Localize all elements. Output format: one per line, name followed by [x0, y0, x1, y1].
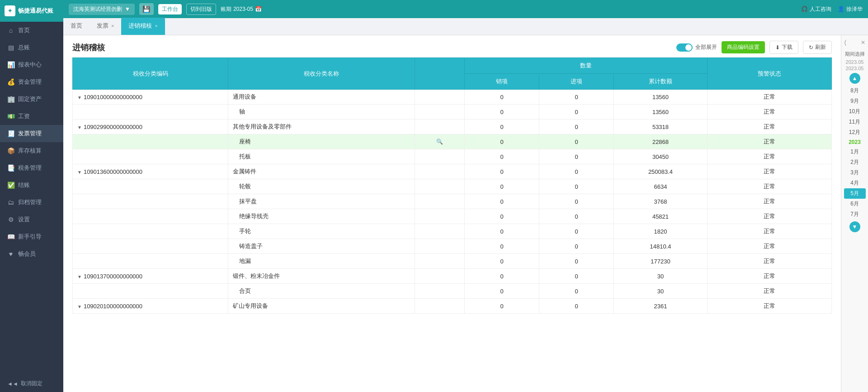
- tab-home[interactable]: 首页: [63, 18, 90, 35]
- th-purchase: 进项: [539, 74, 614, 90]
- expand-row-icon[interactable]: ▼: [77, 274, 82, 279]
- sidebar-item-guide[interactable]: 📖 新手引导: [0, 228, 63, 245]
- table-cell-alert: 正常: [707, 239, 831, 254]
- month-btn[interactable]: 8月: [844, 86, 866, 96]
- pin-icon: ◄◄: [7, 381, 18, 387]
- workbench-button[interactable]: 工作台: [158, 4, 182, 14]
- refresh-btn[interactable]: ↻ 刷新: [803, 41, 832, 54]
- product-code-btn[interactable]: 商品编码设置: [722, 41, 765, 53]
- month-btn[interactable]: 3月: [844, 167, 866, 178]
- panel-collapse-btn[interactable]: ⟨: [844, 39, 846, 46]
- sidebar-item-archive[interactable]: 🗂 归档管理: [0, 194, 63, 211]
- sidebar-item-settle[interactable]: ✅ 结账: [0, 177, 63, 194]
- tab-invoice-close[interactable]: ×: [111, 23, 114, 29]
- tab-reconcile[interactable]: 进销稽核 ×: [121, 18, 165, 35]
- table-cell-sales: 0: [465, 120, 539, 134]
- table-cell-alert: 正常: [707, 90, 831, 105]
- sidebar-item-label: 结账: [18, 181, 30, 189]
- unpin-label: 取消固定: [21, 380, 42, 387]
- table-cell-total: 13560: [614, 105, 707, 120]
- panel-close-btn[interactable]: ✕: [861, 39, 865, 46]
- sidebar-unpin[interactable]: ◄◄ 取消固定: [0, 375, 63, 392]
- expand-row-icon[interactable]: ▼: [77, 304, 82, 309]
- expand-all-toggle[interactable]: 全部展开: [676, 43, 717, 52]
- sidebar-item-funds[interactable]: 💰 资金管理: [0, 73, 63, 91]
- service-button[interactable]: 🎧 人工咨询: [801, 5, 831, 13]
- sidebar-item-reports[interactable]: 📊 报表中心: [0, 56, 63, 73]
- sidebar-item-home[interactable]: ⌂ 首页: [0, 22, 63, 39]
- table-cell-sales: 0: [465, 105, 539, 120]
- tab-home-label: 首页: [71, 22, 82, 30]
- period-value-top1: 2023.05: [846, 59, 864, 65]
- user-profile[interactable]: 👤 徐泽华: [838, 5, 863, 13]
- sidebar-item-label: 发票管理: [18, 129, 42, 138]
- month-btn[interactable]: 2月: [844, 157, 866, 167]
- payroll-icon: 💵: [7, 113, 14, 120]
- inventory-icon: 📦: [7, 147, 14, 154]
- sidebar-item-member[interactable]: ♥ 畅会员: [0, 245, 63, 263]
- sidebar-item-settings[interactable]: ⚙ 设置: [0, 211, 63, 228]
- month-btn[interactable]: 6月: [844, 199, 866, 209]
- expand-row-icon[interactable]: ▼: [77, 170, 82, 175]
- sidebar-item-label: 设置: [18, 215, 30, 224]
- table-cell-purchase: 0: [539, 269, 614, 284]
- table-cell-total: 30: [614, 284, 707, 299]
- table-cell-purchase: 0: [539, 194, 614, 209]
- scroll-up-btn[interactable]: ▲: [849, 73, 860, 84]
- table-row: ▼109013600000000000: [73, 164, 228, 179]
- sidebar-item-label: 畅会员: [18, 250, 36, 258]
- sidebar-item-label: 新手引导: [18, 233, 42, 241]
- sidebar-item-assets[interactable]: 🏢 固定资产: [0, 91, 63, 108]
- expand-toggle-switch[interactable]: [676, 43, 693, 52]
- table-cell-search[interactable]: 🔍: [415, 134, 464, 149]
- month-btn[interactable]: 9月: [844, 96, 866, 106]
- sidebar-item-inventory[interactable]: 📦 库存核算: [0, 142, 63, 159]
- table-row: [73, 239, 228, 254]
- table-cell-purchase: 0: [539, 105, 614, 120]
- sidebar-item-invoice[interactable]: 🧾 发票管理: [0, 125, 63, 142]
- table-row: [73, 209, 228, 224]
- expand-row-icon[interactable]: ▼: [77, 125, 82, 130]
- table-cell-sales: 0: [465, 284, 539, 299]
- table-cell-empty: [415, 105, 464, 120]
- table-cell-sales: 0: [465, 179, 539, 194]
- month-btn[interactable]: 10月: [844, 106, 866, 117]
- download-btn[interactable]: ⬇ 下载: [769, 41, 798, 54]
- sidebar-item-payroll[interactable]: 💵 工资: [0, 108, 63, 125]
- month-btn[interactable]: 2023: [844, 138, 866, 147]
- month-btn[interactable]: 5月: [844, 188, 866, 199]
- table-cell-sales: 0: [465, 90, 539, 105]
- month-btn[interactable]: 11月: [844, 117, 866, 127]
- switch-version-button[interactable]: 切到旧版: [186, 4, 216, 15]
- expand-row-icon[interactable]: ▼: [77, 95, 82, 100]
- period-label: 账期: [221, 5, 231, 13]
- table-cell-purchase: 0: [539, 134, 614, 149]
- save-icon-btn[interactable]: 💾: [139, 3, 154, 15]
- refresh-icon: ↻: [809, 44, 813, 51]
- sidebar-item-tax[interactable]: 📑 税务管理: [0, 159, 63, 177]
- page-content: 进销稽核 全部展开 商品编码设置 ⬇ 下载 ↻ 刷新: [63, 35, 841, 392]
- month-btn[interactable]: 12月: [844, 127, 866, 138]
- month-btn[interactable]: 7月: [844, 209, 866, 220]
- calendar-icon[interactable]: 📅: [255, 6, 262, 12]
- sidebar-item-label: 总账: [18, 43, 30, 52]
- table-cell-total: 14810.4: [614, 239, 707, 254]
- sidebar-item-ledger[interactable]: ▤ 总账: [0, 39, 63, 56]
- table-cell-name: 手轮: [228, 224, 415, 239]
- month-btn[interactable]: 4月: [844, 178, 866, 188]
- main-content: 沈海英测试经营勿删 ▼ 💾 工作台 切到旧版 账期 2023-05 📅 🎧 人工…: [63, 0, 868, 392]
- tab-invoice[interactable]: 发票 ×: [90, 18, 121, 35]
- month-btn[interactable]: 1月: [844, 147, 866, 157]
- table-cell-total: 22868: [614, 134, 707, 149]
- topbar: 沈海英测试经营勿删 ▼ 💾 工作台 切到旧版 账期 2023-05 📅 🎧 人工…: [63, 0, 868, 18]
- user-avatar-icon: 👤: [838, 6, 844, 12]
- sidebar-item-label: 库存核算: [18, 147, 42, 155]
- sidebar-item-label: 归档管理: [18, 198, 42, 206]
- company-selector[interactable]: 沈海英测试经营勿删 ▼: [69, 4, 135, 15]
- table-cell-sales: 0: [465, 224, 539, 239]
- page-header: 进销稽核 全部展开 商品编码设置 ⬇ 下载 ↻ 刷新: [63, 35, 841, 57]
- scroll-down-btn[interactable]: ▼: [849, 221, 860, 232]
- table-cell-name: 金属铸件: [228, 164, 415, 179]
- tab-reconcile-close[interactable]: ×: [155, 23, 157, 29]
- save-icon: 💾: [142, 5, 150, 13]
